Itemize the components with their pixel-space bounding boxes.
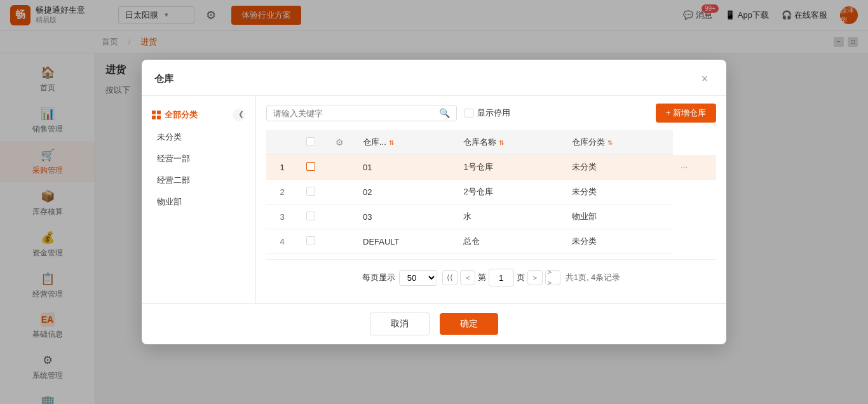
row-settings[interactable] — [323, 229, 355, 254]
per-page-control: 每页显示 50 20 100 — [362, 270, 437, 286]
col-category-header: 仓库分类 ⇅ — [564, 130, 673, 155]
modal-pagination: 每页显示 50 20 100 ⟨⟨ ＜ 第 页 ＞ — [266, 259, 716, 295]
modal-body: 全部分类 《 未分类 经营一部 经营二部 物业部 🔍 — [142, 96, 726, 303]
page-navigation: ⟨⟨ ＜ 第 页 ＞ ＞＞ — [442, 269, 560, 286]
page-number-input[interactable] — [489, 269, 514, 286]
col-name-header: 仓库名称 ⇅ — [456, 130, 564, 155]
col-num-header — [266, 130, 298, 155]
table-container: ⚙ 仓库... ⇅ 仓库名称 — [266, 130, 716, 254]
show-disabled-option: 显示停用 — [465, 107, 510, 119]
cancel-button[interactable]: 取消 — [370, 313, 430, 335]
row-name: 总仓 — [456, 229, 564, 254]
category-dept2[interactable]: 经营二部 — [142, 170, 255, 191]
row-num: 3 — [266, 205, 298, 229]
row-category: 物业部 — [564, 205, 673, 229]
row-code: 03 — [355, 205, 456, 229]
warehouse-modal: 仓库 × 全部分类 《 未分类 经营一部 经营二部 物业部 — [142, 60, 726, 344]
row-checkbox[interactable] — [298, 229, 323, 254]
col-check-header — [298, 130, 323, 155]
row-settings[interactable] — [323, 180, 355, 205]
table-settings-icon[interactable]: ⚙ — [336, 137, 344, 147]
row-name: 水 — [456, 205, 564, 229]
row-category: 未分类 — [564, 155, 673, 180]
page-first-button[interactable]: ⟨⟨ — [442, 270, 458, 285]
modal-sidebar: 全部分类 《 未分类 经营一部 经营二部 物业部 — [142, 96, 256, 303]
page-info: 共1页, 4条记录 — [566, 272, 621, 283]
per-page-select[interactable]: 50 20 100 — [399, 270, 437, 286]
page-next-button[interactable]: ＞ — [527, 270, 543, 285]
modal-overlay[interactable]: 仓库 × 全部分类 《 未分类 经营一部 经营二部 物业部 — [0, 0, 868, 404]
table-row[interactable]: 4 DEFAULT 总仓 未分类 — [266, 229, 716, 254]
modal-main: 🔍 显示停用 + 新增仓库 — [256, 96, 726, 303]
category-uncategorized[interactable]: 未分类 — [142, 126, 255, 148]
select-all-checkbox[interactable] — [306, 137, 315, 146]
page-last-button[interactable]: ＞＞ — [545, 270, 560, 285]
all-categories-header[interactable]: 全部分类 《 — [142, 104, 255, 126]
row-checkbox[interactable] — [298, 180, 323, 205]
row-num: 4 — [266, 229, 298, 254]
modal-footer: 取消 确定 — [142, 303, 726, 344]
row-code: 02 — [355, 180, 456, 205]
row-category: 未分类 — [564, 180, 673, 205]
modal-header: 仓库 × — [142, 60, 726, 96]
row-settings[interactable] — [323, 155, 355, 180]
table-header-row: ⚙ 仓库... ⇅ 仓库名称 — [266, 130, 716, 155]
col-code-header: 仓库... ⇅ — [355, 130, 456, 155]
row-checkbox[interactable] — [298, 155, 323, 180]
search-input[interactable] — [273, 109, 439, 118]
row-num: 2 — [266, 180, 298, 205]
confirm-button[interactable]: 确定 — [440, 313, 498, 335]
row-action[interactable]: ··· — [673, 155, 716, 180]
collapse-button[interactable]: 《 — [233, 109, 245, 121]
row-num: 1 — [266, 155, 298, 180]
col-settings-header: ⚙ — [323, 130, 355, 155]
warehouse-table: ⚙ 仓库... ⇅ 仓库名称 — [266, 130, 716, 254]
sort-category-icon[interactable]: ⇅ — [607, 139, 613, 146]
modal-close-button[interactable]: × — [696, 70, 714, 88]
row-settings[interactable] — [323, 205, 355, 229]
category-property[interactable]: 物业部 — [142, 191, 255, 213]
page-prev-button[interactable]: ＜ — [460, 270, 475, 285]
add-warehouse-button[interactable]: + 新增仓库 — [656, 104, 716, 123]
show-disabled-checkbox[interactable] — [465, 109, 473, 118]
row-name: 1号仓库 — [456, 155, 564, 180]
modal-toolbar: 🔍 显示停用 + 新增仓库 — [266, 104, 716, 123]
search-box: 🔍 — [266, 105, 457, 121]
row-name: 2号仓库 — [456, 180, 564, 205]
category-dept1[interactable]: 经营一部 — [142, 148, 255, 170]
modal-title: 仓库 — [154, 73, 173, 85]
grid-icon — [152, 111, 161, 119]
sort-name-icon[interactable]: ⇅ — [499, 139, 504, 146]
table-row[interactable]: 1 01 1号仓库 未分类 ··· — [266, 155, 716, 180]
search-icon[interactable]: 🔍 — [439, 108, 450, 118]
sort-code-icon[interactable]: ⇅ — [389, 139, 394, 146]
row-code: DEFAULT — [355, 229, 456, 254]
row-category: 未分类 — [564, 229, 673, 254]
table-row[interactable]: 3 03 水 物业部 — [266, 205, 716, 229]
row-code: 01 — [355, 155, 456, 180]
table-row[interactable]: 2 02 2号仓库 未分类 — [266, 180, 716, 205]
row-checkbox[interactable] — [298, 205, 323, 229]
